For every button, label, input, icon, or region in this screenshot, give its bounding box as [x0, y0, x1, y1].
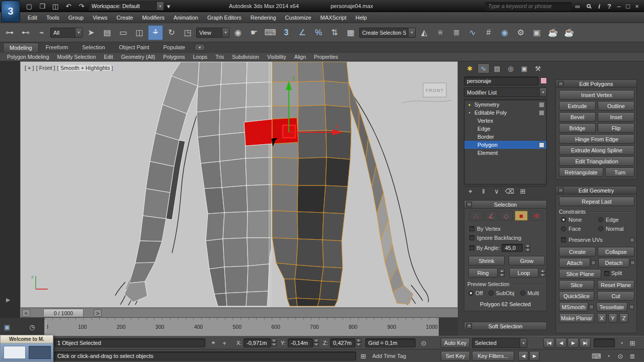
ribbon-minimize-dropdown-icon[interactable]: ▼: [194, 44, 205, 51]
ribbon-panel-geometry-all[interactable]: Geometry (All): [117, 54, 159, 60]
make-planar-z-button[interactable]: Z: [619, 313, 628, 323]
attach-button[interactable]: Attach: [559, 258, 590, 267]
menu-rendering[interactable]: Rendering: [246, 12, 281, 23]
stack-item-editable-poly[interactable]: ▪ Editable Poly: [464, 109, 546, 117]
create-tab-icon[interactable]: ✱: [464, 63, 476, 73]
collapse-icon[interactable]: −: [558, 188, 564, 193]
go-to-end-button[interactable]: ▶|: [580, 338, 591, 348]
constraint-normal-radio[interactable]: [598, 226, 603, 231]
menu-create[interactable]: Create: [112, 12, 137, 23]
by-vertex-checkbox[interactable]: [469, 226, 474, 231]
make-planar-button[interactable]: Make Planar: [559, 313, 594, 323]
slice-plane-button[interactable]: Slice Plane: [559, 269, 601, 279]
motion-tab-icon[interactable]: ◎: [505, 63, 517, 73]
minimize-icon[interactable]: –: [615, 1, 623, 12]
layer-manager-icon[interactable]: ≣: [449, 25, 464, 40]
select-by-name-icon[interactable]: ▤: [100, 25, 115, 40]
split-checkbox[interactable]: [604, 271, 609, 276]
redo-icon[interactable]: ↷: [75, 1, 88, 12]
time-configuration-icon[interactable]: ◔: [617, 338, 626, 347]
x-coord-field[interactable]: [244, 338, 271, 347]
msmooth-button[interactable]: MSmooth: [559, 302, 588, 312]
menu-edit[interactable]: Edit: [23, 12, 42, 23]
flip-button[interactable]: Flip: [598, 123, 634, 133]
modify-tab-icon[interactable]: ∿: [477, 63, 490, 73]
hierarchy-tab-icon[interactable]: ▤: [491, 63, 503, 73]
keyboard-shortcut-override-icon[interactable]: ⌨: [263, 25, 278, 40]
app-menu-button[interactable]: 3: [1, 1, 20, 22]
remove-modifier-icon[interactable]: ⌫: [505, 188, 514, 196]
select-and-manipulate-icon[interactable]: ☛: [247, 25, 262, 40]
edit-triangulation-button[interactable]: Edit Triangulation: [559, 156, 634, 166]
display-tab-icon[interactable]: ▣: [518, 63, 530, 73]
ignore-backfacing-checkbox[interactable]: [469, 235, 474, 240]
auto-key-button[interactable]: Auto Key: [441, 338, 470, 348]
track-note-icon[interactable]: ▣: [1, 321, 13, 332]
next-frame-arrow[interactable]: >: [94, 309, 102, 317]
close-icon[interactable]: ×: [633, 1, 641, 12]
cut-button[interactable]: Cut: [597, 291, 634, 301]
set-key-button[interactable]: Set Key: [441, 351, 470, 361]
schematic-view-icon[interactable]: #: [481, 25, 496, 40]
element-subobject-icon[interactable]: ❖: [530, 211, 543, 221]
viewport-canvas[interactable]: y x FRONT z: [21, 62, 458, 307]
keyboard-shortcut-toggle-icon[interactable]: ⌨: [592, 351, 601, 360]
edit-named-selection-sets-icon[interactable]: ▦: [343, 25, 358, 40]
render-setup-icon[interactable]: ⚙: [513, 25, 528, 40]
menu-customize[interactable]: Customize: [281, 12, 316, 23]
ribbon-tab-freeform[interactable]: Freeform: [39, 44, 75, 50]
previous-frame-arrow[interactable]: <: [22, 309, 30, 317]
play-animation-button[interactable]: ▶: [568, 338, 579, 348]
menu-modifiers[interactable]: Modifiers: [137, 12, 169, 23]
preview-off-radio[interactable]: [468, 291, 473, 296]
character-mesh-left[interactable]: [124, 62, 272, 306]
help-icon[interactable]: ?: [605, 1, 614, 12]
select-and-rotate-icon[interactable]: ↻: [164, 25, 179, 40]
soft-selection-rollout-header[interactable]: + Soft Selection: [464, 322, 547, 330]
character-mesh-right[interactable]: [272, 62, 413, 306]
next-key-button[interactable]: ▶: [529, 351, 539, 361]
ribbon-tab-modeling[interactable]: Modeling: [3, 43, 39, 52]
menu-graph-editors[interactable]: Graph Editors: [203, 12, 246, 23]
edit-polygons-panel-header[interactable]: − Edit Polygons: [555, 79, 637, 88]
ribbon-panel-polygons[interactable]: Polygons: [159, 54, 189, 60]
search-communities-icon[interactable]: ∞: [573, 1, 583, 12]
expand-icon[interactable]: +: [466, 323, 472, 329]
bridge-button[interactable]: Bridge: [559, 123, 596, 133]
modifier-enable-bulb-icon[interactable]: ●: [466, 102, 472, 108]
use-pivot-center-icon[interactable]: ◉: [230, 25, 246, 40]
curve-editor-icon[interactable]: ∿: [465, 25, 480, 40]
named-selection-set-combo[interactable]: Create Selection Set ▼: [359, 28, 416, 38]
search-input[interactable]: [485, 2, 572, 11]
extrude-button[interactable]: Extrude: [559, 101, 596, 111]
open-mini-curve-editor-icon[interactable]: ◷: [26, 321, 38, 332]
constraint-face-radio[interactable]: [561, 226, 566, 231]
time-slider-handle[interactable]: 0 / 1000: [43, 309, 84, 317]
menu-help[interactable]: Help: [351, 12, 372, 23]
percent-snap-icon[interactable]: %: [311, 25, 326, 40]
collapse-icon[interactable]: −: [558, 81, 564, 86]
selection-lock-toggle-icon[interactable]: ⌖: [208, 338, 218, 347]
hinge-from-edge-button[interactable]: Hinge From Edge: [559, 134, 634, 144]
viewport[interactable]: y x FRONT z [ + ] [ Front ] [ Smooth + H…: [20, 61, 458, 308]
repeat-last-button[interactable]: Repeat Last: [559, 197, 634, 206]
tessellate-button[interactable]: Tessellate: [596, 302, 627, 312]
angle-snap-icon[interactable]: ∠: [295, 25, 310, 40]
current-frame-field[interactable]: [594, 338, 615, 347]
msmooth-settings-box[interactable]: [589, 305, 594, 309]
quickslice-button[interactable]: QuickSlice: [559, 291, 594, 301]
configure-modifier-sets-icon[interactable]: ⊞: [518, 188, 527, 196]
welcome-window[interactable]: Welcome to M.: [0, 335, 53, 362]
attach-settings-box[interactable]: [591, 260, 596, 265]
search-icon[interactable]: [584, 1, 594, 12]
outline-button[interactable]: Outline: [598, 101, 634, 111]
spinner-snap-icon[interactable]: ⇅: [327, 25, 342, 40]
previous-frame-button[interactable]: ◀: [555, 338, 567, 348]
stack-item-button[interactable]: [539, 142, 544, 148]
unlink-selection-icon[interactable]: ⊷: [18, 25, 33, 40]
menu-views[interactable]: Views: [88, 12, 112, 23]
ribbon-tab-object-paint[interactable]: Object Paint: [112, 44, 156, 50]
go-to-start-button[interactable]: |◀: [543, 338, 554, 348]
z-coord-field[interactable]: [330, 338, 355, 347]
time-slider-track[interactable]: < 0 / 1000 >: [20, 308, 458, 318]
